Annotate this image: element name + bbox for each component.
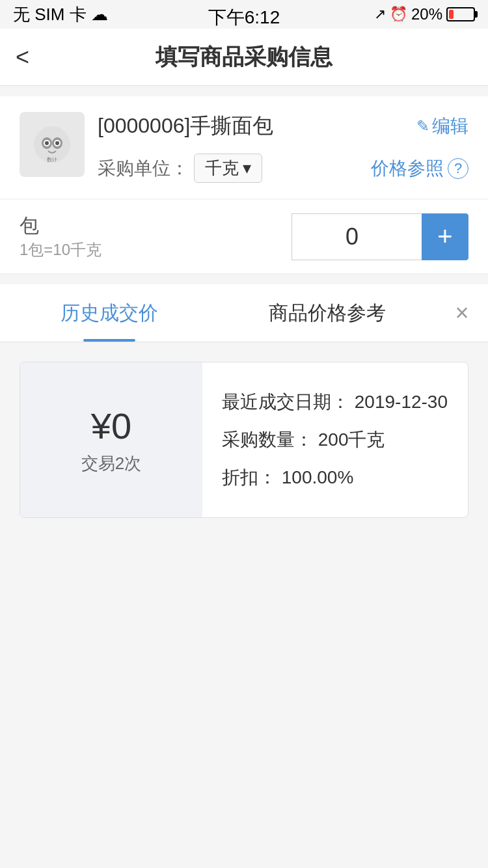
- tab-close-button[interactable]: ×: [436, 284, 488, 342]
- nav-bar: < 填写商品采购信息: [0, 29, 488, 86]
- sim-signal-text: 无 SIM 卡 ☁: [13, 3, 108, 26]
- svg-point-6: [55, 141, 59, 145]
- unit-label: 采购单位： 千克 ▾: [98, 154, 262, 183]
- tab-history-price[interactable]: 历史成交价: [0, 284, 218, 342]
- tabs-section: 历史成交价 商品价格参考 ×: [0, 284, 488, 342]
- battery-percent: 20%: [411, 5, 442, 23]
- status-right: ↗ ⏰ 20%: [374, 5, 475, 23]
- quantity-plus-button[interactable]: +: [422, 213, 468, 260]
- page-title: 填写商品采购信息: [156, 42, 332, 72]
- status-bar: 无 SIM 卡 ☁ 下午6:12 ↗ ⏰ 20%: [0, 0, 488, 29]
- battery-icon: [446, 7, 475, 21]
- product-name-row: [0000006]手撕面包 ✎ 编辑: [98, 112, 468, 141]
- history-content: ¥0 交易2次 最近成交日期： 2019-12-30 采购数量： 200千克 折…: [0, 342, 488, 733]
- status-time: 下午6:12: [208, 5, 280, 30]
- alarm-icon: ⏰: [390, 6, 407, 23]
- edit-button[interactable]: ✎ 编辑: [416, 114, 468, 139]
- tab-active-indicator: [83, 339, 135, 342]
- product-card: 数计 [0000006]手撕面包 ✎ 编辑 采购单位： 千克 ▾: [0, 96, 488, 198]
- price-card: ¥0 交易2次 最近成交日期： 2019-12-30 采购数量： 200千克 折…: [20, 362, 468, 518]
- package-label: 包: [20, 213, 102, 239]
- edit-icon: ✎: [416, 117, 429, 135]
- product-logo-icon: 数计: [33, 125, 72, 164]
- quantity-controls: +: [291, 213, 468, 260]
- product-unit-row: 采购单位： 千克 ▾ 价格参照 ?: [98, 154, 468, 183]
- svg-point-5: [45, 141, 49, 145]
- price-amount: ¥0: [91, 405, 131, 447]
- product-name: [0000006]手撕面包: [98, 112, 273, 141]
- dropdown-icon: ▾: [243, 158, 251, 178]
- price-right: 最近成交日期： 2019-12-30 采购数量： 200千克 折扣： 100.0…: [202, 362, 468, 517]
- quantity-label: 包 1包=10千克: [20, 213, 102, 260]
- price-ref-button[interactable]: 价格参照 ?: [371, 156, 468, 181]
- unit-select[interactable]: 千克 ▾: [194, 154, 262, 183]
- product-header: 数计 [0000006]手撕面包 ✎ 编辑 采购单位： 千克 ▾: [20, 112, 468, 183]
- package-conversion: 1包=10千克: [20, 239, 102, 260]
- svg-text:数计: 数计: [47, 157, 57, 163]
- product-image: 数计: [20, 112, 85, 177]
- help-icon: ?: [448, 158, 468, 179]
- back-button[interactable]: <: [16, 46, 29, 69]
- battery-fill: [449, 10, 454, 19]
- purchase-quantity-item: 采购数量： 200千克: [222, 426, 448, 454]
- quantity-section: 包 1包=10千克 +: [0, 200, 488, 274]
- recent-date-item: 最近成交日期： 2019-12-30: [222, 388, 448, 416]
- status-left: 无 SIM 卡 ☁: [13, 3, 108, 26]
- quantity-input[interactable]: [291, 213, 422, 260]
- tab-product-price-ref[interactable]: 商品价格参考: [218, 284, 436, 342]
- price-left: ¥0 交易2次: [20, 362, 202, 517]
- discount-item: 折扣： 100.00%: [222, 464, 448, 491]
- price-times: 交易2次: [81, 452, 141, 475]
- product-info: [0000006]手撕面包 ✎ 编辑 采购单位： 千克 ▾ 价格参照 ?: [98, 112, 468, 183]
- location-icon: ↗: [374, 6, 386, 23]
